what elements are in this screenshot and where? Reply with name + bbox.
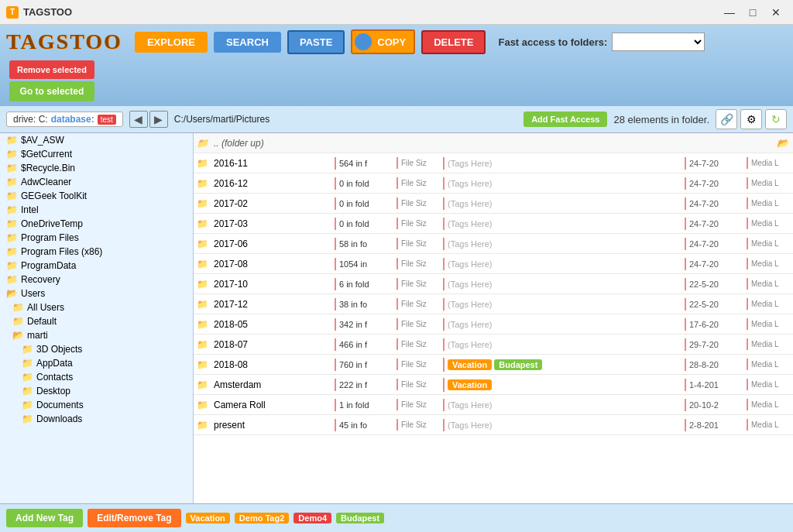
file-tags: Vacation Budapest (443, 358, 685, 372)
table-row[interactable]: 📁 2017-12 38 in fo File Siz (Tags Here) … (194, 294, 793, 314)
window-controls: — □ ✕ (719, 4, 787, 21)
sidebar-item-users[interactable]: 📂 Users (0, 287, 193, 300)
sidebar-item-adwcleaner[interactable]: 📁 AdwCleaner (0, 175, 193, 189)
file-name: 2016-12 (211, 177, 335, 190)
tags-placeholder: (Tags Here) (448, 400, 492, 410)
refresh-icon-button[interactable]: ↻ (765, 109, 787, 129)
table-row[interactable]: 📁 Camera Roll 1 in fold File Siz (Tags H… (194, 395, 793, 415)
file-tags: (Tags Here) (443, 218, 685, 230)
folder-icon: 📁 (6, 190, 18, 201)
file-date: 24-7-20 (685, 177, 747, 190)
sidebar-item-contacts[interactable]: 📁 Contacts (0, 370, 193, 384)
folder-up-row[interactable]: 📁 .. (folder up) 📂 (194, 133, 793, 153)
sidebar-item-gegeek[interactable]: 📁 GEGeek ToolKit (0, 189, 193, 203)
sidebar-item-intel[interactable]: 📁 Intel (0, 203, 193, 217)
file-size: File Siz (396, 298, 443, 310)
file-media: Media L (747, 318, 793, 330)
add-fast-access-button[interactable]: Add Fast Access (524, 112, 607, 127)
title-bar-left: T TAGSTOO (6, 6, 72, 19)
sidebar-item-appdata[interactable]: 📁 AppData (0, 356, 193, 370)
delete-button[interactable]: DELETE (421, 30, 486, 54)
settings-icon-button[interactable]: ⚙ (740, 109, 762, 129)
sidebar-item-getcurrent[interactable]: 📁 $GetCurrent (0, 147, 193, 161)
table-row[interactable]: 📁 2017-02 0 in fold File Siz (Tags Here)… (194, 194, 793, 214)
file-size: File Siz (396, 238, 443, 249)
bottom-bar: Add New Tag Edit/Remove Tag Vacation Dem… (0, 503, 793, 532)
header: TAGSTOO EXPLORE SEARCH PASTE COPY DELETE… (0, 25, 793, 106)
edit-remove-tag-button[interactable]: Edit/Remove Tag (88, 509, 180, 527)
file-name: 2018-07 (211, 338, 335, 352)
tag-budapest[interactable]: Budapest (494, 359, 542, 370)
table-row[interactable]: 📁 Amsterdam 222 in f File Siz Vacation 1… (194, 375, 793, 395)
logo: TAGSTOO (6, 29, 122, 54)
file-media: Media L (747, 399, 793, 410)
sidebar-item-desktop[interactable]: 📁 Desktop (0, 384, 193, 398)
tag-vacation[interactable]: Vacation (448, 379, 492, 390)
table-row[interactable]: 📁 2018-08 760 in f File Siz Vacation Bud… (194, 355, 793, 375)
table-row[interactable]: 📁 2018-05 342 in f File Siz (Tags Here) … (194, 314, 793, 335)
file-size: File Siz (396, 278, 443, 290)
tag-pill-demo4[interactable]: Demo4 (294, 513, 331, 523)
add-new-tag-button[interactable]: Add New Tag (6, 509, 83, 527)
table-row[interactable]: 📁 2017-08 1054 in File Siz (Tags Here) 2… (194, 254, 793, 274)
table-row[interactable]: 📁 2017-06 58 in fo File Siz (Tags Here) … (194, 234, 793, 254)
sidebar-item-all-users[interactable]: 📁 All Users (0, 300, 193, 314)
fast-access-dropdown[interactable] (612, 33, 705, 51)
file-date: 24-7-20 (685, 238, 747, 250)
file-size: File Siz (396, 359, 443, 370)
minimize-button[interactable]: — (719, 4, 740, 21)
file-size: File Siz (396, 258, 443, 269)
sidebar-item-onedrivetemp[interactable]: 📁 OneDriveTemp (0, 217, 193, 231)
folder-icon: 📁 (194, 198, 211, 209)
copy-button-wrap[interactable]: COPY (351, 29, 415, 54)
file-tags: (Tags Here) (443, 177, 685, 190)
paste-button[interactable]: PASTE (287, 30, 345, 54)
file-media: Media L (747, 359, 793, 370)
file-tags: (Tags Here) (443, 338, 685, 351)
tags-placeholder: (Tags Here) (448, 280, 492, 289)
close-button[interactable]: ✕ (765, 4, 787, 21)
tab-explore[interactable]: EXPLORE (135, 32, 208, 53)
folder-icon: 📁 (6, 260, 18, 271)
forward-button[interactable]: ▶ (149, 111, 168, 128)
file-tags: Vacation (443, 378, 685, 392)
sidebar-item-programdata[interactable]: 📁 ProgramData (0, 259, 193, 273)
sidebar-item-documents[interactable]: 📁 Documents (0, 398, 193, 412)
tag-vacation[interactable]: Vacation (448, 359, 492, 370)
file-size: File Siz (396, 419, 443, 431)
sidebar-item-3d-objects[interactable]: 📁 3D Objects (0, 342, 193, 356)
sidebar-item-recovery[interactable]: 📁 Recovery (0, 273, 193, 287)
link-icon-button[interactable]: 🔗 (716, 109, 737, 129)
tag-pill-demo-tag[interactable]: Demo Tag2 (235, 513, 289, 523)
sidebar-item-marti[interactable]: 📂 marti (0, 328, 193, 342)
folder-icon: 📁 (22, 344, 33, 355)
table-row[interactable]: 📁 2017-10 6 in fold File Siz (Tags Here)… (194, 274, 793, 294)
file-count: 1 in fold (335, 399, 396, 411)
sidebar-item-program-files-x86[interactable]: 📁 Program Files (x86) (0, 245, 193, 259)
folder-icon: 📁 (22, 400, 33, 410)
sidebar-item-program-files[interactable]: 📁 Program Files (0, 231, 193, 245)
folder-icon: 📂 (6, 288, 18, 299)
sidebar-item-label: Program Files (x86) (21, 246, 102, 257)
sidebar-item-default[interactable]: 📁 Default (0, 314, 193, 328)
tags-placeholder: (Tags Here) (448, 239, 492, 249)
table-row[interactable]: 📁 2017-03 0 in fold File Siz (Tags Here)… (194, 214, 793, 234)
sidebar-item-av-asw[interactable]: 📁 $AV_ASW (0, 133, 193, 147)
table-row[interactable]: 📁 present 45 in fo File Siz (Tags Here) … (194, 415, 793, 435)
sidebar-item-recycle[interactable]: 📁 $Recycle.Bin (0, 161, 193, 175)
tab-search[interactable]: SEARCH (214, 32, 281, 53)
sidebar-item-label: $GetCurrent (21, 149, 72, 160)
go-selected-button[interactable]: Go to selected (9, 81, 94, 101)
maximize-button[interactable]: □ (742, 4, 764, 21)
back-button[interactable]: ◀ (129, 111, 148, 128)
tag-pill-budapest[interactable]: Budapest (336, 513, 384, 523)
table-row[interactable]: 📁 2016-11 564 in f File Siz (Tags Here) … (194, 153, 793, 173)
tag-pill-vacation[interactable]: Vacation (186, 513, 230, 523)
table-row[interactable]: 📁 2018-07 466 in f File Siz (Tags Here) … (194, 335, 793, 355)
folder-icon: 📁 (194, 178, 211, 189)
remove-selected-button[interactable]: Remove selected (9, 60, 94, 79)
folder-icon: 📁 (6, 246, 18, 257)
table-row[interactable]: 📁 2016-12 0 in fold File Siz (Tags Here)… (194, 173, 793, 194)
sidebar-item-downloads[interactable]: 📁 Downloads (0, 412, 193, 426)
folder-icon: 📁 (22, 414, 33, 424)
